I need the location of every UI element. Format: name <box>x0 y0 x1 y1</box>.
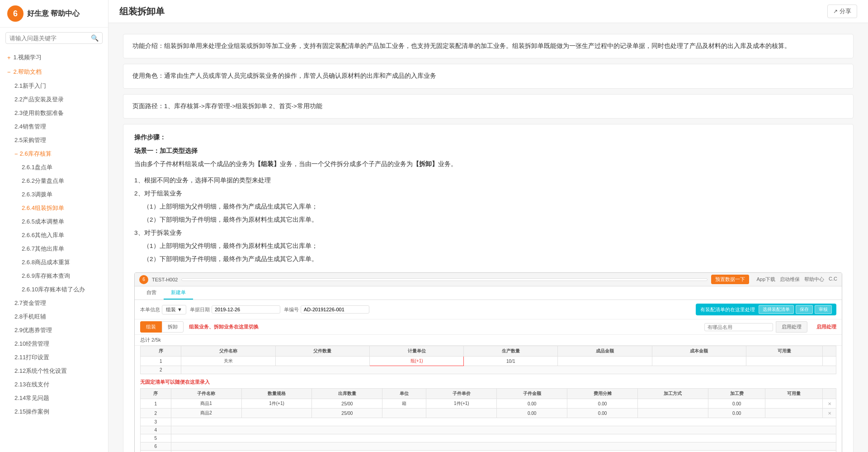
sidebar-item-faq[interactable]: 2.14常见问题 <box>0 391 108 405</box>
sidebar-item-label: 2.2产品安装及登录 <box>14 95 64 104</box>
ss-preset-btn[interactable]: 预置数据一下 <box>711 275 749 284</box>
screenshot-container: 6 TEST-H002 预置数据一下 App下载 启动维保 帮助中心 C.C <box>134 272 842 452</box>
ss-assembly-tabs: 组装 拆卸 <box>140 321 184 333</box>
sidebar-item-costrecalc[interactable]: 2.6.8商品成本重算 <box>0 256 108 269</box>
sidebar-item-pay[interactable]: 2.13在线支付 <box>0 378 108 391</box>
step3-2-text: （2）下部明细为子件明细，最终作为产成品生成其它入库单。 <box>134 253 842 265</box>
sidebar-item-stocktake[interactable]: 2.6.1盘点单 <box>0 161 108 174</box>
ss-date-input[interactable] <box>212 305 280 314</box>
ss-cell-avail <box>746 357 822 366</box>
table-row: 6 <box>141 442 836 451</box>
step2-2-text: （2）下部明细为子件明细，最终作为原材料生成其它出库单。 <box>134 214 842 226</box>
ss-cell: 1件(+1) <box>426 399 497 409</box>
ss-cell-prod-qty: 10/1 <box>464 357 558 366</box>
sidebar-item-label: 2.6.9库存账本查询 <box>22 272 70 280</box>
table-row: 3 <box>141 418 836 426</box>
search-box[interactable]: 🔍 <box>5 32 103 44</box>
sidebar-item-prepare[interactable]: 2.3使用前数据准备 <box>0 106 108 120</box>
content-area: 功能介绍：组装拆卸单用来处理企业组装或拆卸等加工业务，支持有固定装配清单的产品加… <box>108 23 868 452</box>
ss-assembly-btn[interactable]: 组装 <box>140 321 162 333</box>
sidebar-item-purchase[interactable]: 2.5采购管理 <box>0 133 108 147</box>
sidebar-item-docs[interactable]: − 2.帮助文档 <box>0 65 108 79</box>
steps-block: 操作步骤： 场景一：加工类型选择 当由多个子件材料组装成一个成品的业务为【组装】… <box>123 124 854 452</box>
ss-cell-prod-amount <box>558 357 652 366</box>
share-icon: ↗ <box>833 8 838 14</box>
ss-logo-icon: 6 <box>139 275 148 284</box>
sidebar-item-video[interactable]: + 1.视频学习 <box>0 50 108 65</box>
sidebar-item-newbie[interactable]: 2.1新手入门 <box>0 79 108 93</box>
sidebar-item-label: 2.8手机旺辅 <box>14 313 46 321</box>
ss-tab-new[interactable]: 新建单 <box>164 286 193 300</box>
ss-link-help[interactable]: 帮助中心 <box>804 276 824 283</box>
ss-type-select[interactable]: 组装 ▼ <box>162 305 186 314</box>
intro-text: 功能介绍：组装拆卸单用来处理企业组装或拆卸等加工业务，支持有固定装配清单的产品加… <box>132 43 791 49</box>
ss-enable-btn[interactable]: 启用处理 <box>776 321 807 333</box>
sidebar-item-inventory[interactable]: −2.6库存核算 <box>0 147 108 161</box>
ss-cell: 箱 <box>382 399 426 409</box>
ss-cell: 0.00 <box>497 409 567 418</box>
ss-url-bar <box>181 278 708 281</box>
ss-save-btn[interactable]: 保存 <box>796 305 813 314</box>
top-bar: 组装拆卸单 ↗ 分享 <box>108 0 868 23</box>
ss-cell: 1件(+1) <box>241 399 312 409</box>
sidebar-item-ops[interactable]: 2.10经营管理 <box>0 337 108 351</box>
sidebar-item-label: 2.6.3调拨单 <box>22 190 52 199</box>
sidebar-item-label: 2.6.4组装拆卸单 <box>22 204 64 212</box>
sidebar-item-costadjust[interactable]: 2.6.5成本调整单 <box>0 215 108 228</box>
role-block: 使用角色：通常由生产人员或库管人员完成拆装业务的操作，库管人员确认原材料的出库和… <box>123 64 854 88</box>
step2-1-text: （1）上部明细为父件明细，最终作为产成品生成其它入库单； <box>134 200 842 213</box>
ss-link-app[interactable]: App下载 <box>756 276 775 283</box>
sidebar-item-sysconfig[interactable]: 2.12系统个性化设置 <box>0 364 108 378</box>
ss-bom-input[interactable] <box>704 323 773 331</box>
search-input[interactable] <box>9 35 91 42</box>
ss-type-row: 组装 拆卸 组装业务、拆卸业务在这里切换 启用处理 启用处理 <box>135 319 842 335</box>
sidebar-item-label: 2.4销售管理 <box>14 123 46 131</box>
sidebar-item-install[interactable]: 2.2产品安装及登录 <box>0 93 108 106</box>
step1-text: 1、根据不同的业务，选择不同单据的类型来处理 <box>134 174 842 186</box>
ss-date-label: 单据日期 <box>190 306 210 313</box>
sidebar-item-ledger[interactable]: 2.6.9库存账本查询 <box>0 269 108 283</box>
ss-cell: 0.00 <box>497 399 567 409</box>
ss-cell: 0.00 <box>567 399 638 409</box>
sidebar-item-label: 2.14常见问题 <box>14 394 49 402</box>
sidebar-item-print[interactable]: 2.11打印设置 <box>0 351 108 364</box>
logo-icon: 6 <box>7 5 24 22</box>
sidebar-item-cases[interactable]: 2.15操作案例 <box>0 405 108 419</box>
sidebar-item-coupon[interactable]: 2.9优惠券管理 <box>0 324 108 337</box>
sidebar-item-label: 2.3使用前数据准备 <box>14 109 64 117</box>
table-row: 2 <box>141 366 836 374</box>
sidebar-item-funds[interactable]: 2.7资金管理 <box>0 296 108 310</box>
sidebar-item-sales[interactable]: 2.4销售管理 <box>0 120 108 133</box>
sidebar-item-label: 2.10经营管理 <box>14 340 49 348</box>
sidebar-item-otherout[interactable]: 2.6.7其他出库单 <box>0 242 108 256</box>
sidebar-item-otherin[interactable]: 2.6.6其他入库单 <box>0 228 108 242</box>
ss-cell: 2 <box>141 409 171 418</box>
ss-col-cost-amount: 成本金额 <box>652 346 746 357</box>
role-text: 使用角色：通常由生产人员或库管人员完成拆装业务的操作，库管人员确认原材料的出库和… <box>132 72 436 79</box>
ss-order-input[interactable] <box>301 305 369 314</box>
ss-tab-self[interactable]: 自营 <box>139 286 164 300</box>
sidebar-item-label: 2.7资金管理 <box>14 299 46 307</box>
ss-bom-notice-text: 有装配清单的在这里处理 <box>700 306 755 313</box>
sidebar-item-stocktake2[interactable]: 2.6.2分量盘点单 <box>0 174 108 188</box>
sidebar-item-label: 2.5采购管理 <box>14 136 46 144</box>
sidebar-item-mobile[interactable]: 2.8手机旺辅 <box>0 310 108 324</box>
ss-cell: 0.00 <box>708 399 765 409</box>
ss-select-bom-btn[interactable]: 选择装配清单 <box>759 305 794 314</box>
intro-block: 功能介绍：组装拆卸单用来处理企业组装或拆卸等加工业务，支持有固定装配清单的产品加… <box>123 34 854 58</box>
ss-tabs: 自营 新建单 <box>135 286 842 300</box>
ss-audit-btn[interactable]: 审核 <box>815 305 832 314</box>
ss-disassembly-btn[interactable]: 拆卸 <box>162 321 184 333</box>
ss-cell-parent-qty <box>275 357 369 366</box>
ss-link-maintain[interactable]: 启动维保 <box>780 276 800 283</box>
ss-col-prod-qty: 生产数量 <box>464 346 558 357</box>
ss-cell <box>638 399 708 409</box>
sidebar-item-assembly[interactable]: 2.6.4组装拆卸单 <box>0 201 108 215</box>
share-button[interactable]: ↗ 分享 <box>827 5 857 18</box>
ss-cell <box>638 409 708 418</box>
sidebar-item-adjust[interactable]: 2.6.3调拨单 <box>0 188 108 201</box>
ss-link-user[interactable]: C.C <box>829 276 837 283</box>
path-block: 页面路径：1、库存核算->库存管理->组装拆卸单 2、首页->常用功能 <box>123 94 854 119</box>
sidebar-item-ledgererr[interactable]: 2.6.10库存账本错了么办 <box>0 283 108 296</box>
ss-col-unit-price: 子件单价 <box>426 389 497 399</box>
